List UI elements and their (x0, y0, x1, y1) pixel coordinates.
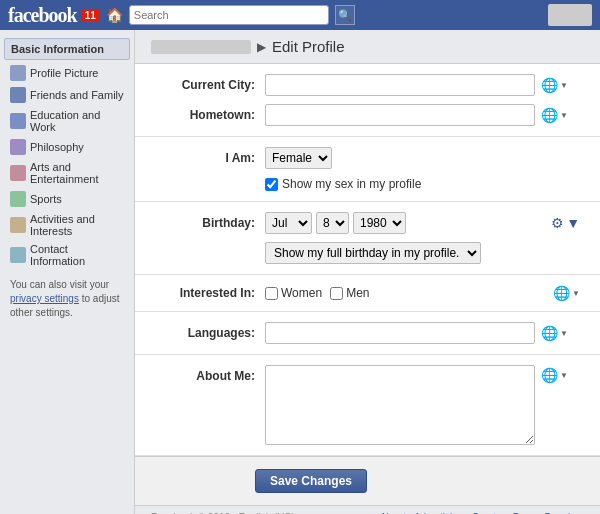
sidebar-item-philosophy[interactable]: Philosophy (4, 136, 130, 158)
about-me-privacy[interactable]: 🌐▼ (541, 367, 568, 383)
interested-in-controls: Women Men (265, 286, 369, 300)
layout: Basic Information Profile Picture Friend… (0, 30, 600, 514)
sidebar-item-sports[interactable]: Sports (4, 188, 130, 210)
nav-right (548, 4, 592, 26)
sidebar-item-friends-family[interactable]: Friends and Family (4, 84, 130, 106)
gender-select-row: Female Male (265, 147, 332, 169)
sidebar-privacy-note: You can also visit your privacy settings… (4, 270, 130, 328)
top-nav: facebook 11 🏠 🔍 (0, 0, 600, 30)
search-input[interactable] (129, 5, 329, 25)
about-me-row: About Me: 🌐▼ (155, 365, 580, 445)
sports-icon (10, 191, 26, 207)
about-me-textarea[interactable] (265, 365, 535, 445)
languages-section: Languages: 🌐▼ (135, 312, 600, 355)
birthday-day-select[interactable]: 8 1 2 (316, 212, 349, 234)
hometown-input[interactable] (265, 104, 535, 126)
sidebar-item-profile-picture[interactable]: Profile Picture (4, 62, 130, 84)
hometown-privacy[interactable]: 🌐▼ (541, 107, 568, 123)
birthday-display-select[interactable]: Show my full birthday in my profile. Sho… (265, 242, 481, 264)
birthday-show-row: Show my full birthday in my profile. Sho… (265, 242, 580, 264)
interested-privacy-caret: ▼ (572, 289, 580, 298)
contact-icon (10, 247, 26, 263)
breadcrumb-arrow: ▶ (257, 40, 266, 54)
profile-name-blurred (151, 40, 251, 54)
sidebar-label-education-work: Education and Work (30, 109, 124, 133)
gender-section: I Am: Female Male Show my sex in my prof… (135, 137, 600, 202)
languages-row: Languages: 🌐▼ (155, 322, 580, 344)
form-area: Current City: 🌐▼ Hometown: 🌐▼ (135, 64, 600, 505)
footer: Facebook © 2012 · English (US) About · A… (135, 505, 600, 514)
birthday-section: Birthday: Jul Jan Feb 8 1 2 (135, 202, 600, 275)
about-me-section: About Me: 🌐▼ (135, 355, 600, 456)
sidebar-label-sports: Sports (30, 193, 62, 205)
notification-badge[interactable]: 11 (81, 9, 100, 22)
sidebar-active-item[interactable]: Basic Information (4, 38, 130, 60)
sidebar-label-profile-picture: Profile Picture (30, 67, 98, 79)
sidebar-label-friends-family: Friends and Family (30, 89, 124, 101)
sidebar: Basic Information Profile Picture Friend… (0, 30, 135, 514)
sidebar-label-philosophy: Philosophy (30, 141, 84, 153)
profile-picture-icon (10, 65, 26, 81)
current-city-privacy-caret: ▼ (560, 81, 568, 90)
main-content: ▶ Edit Profile Current City: 🌐▼ Hometown… (135, 30, 600, 514)
birthday-year-select[interactable]: 1980 1979 1981 (353, 212, 406, 234)
sidebar-item-activities-interests[interactable]: Activities and Interests (4, 210, 130, 240)
birthday-month-select[interactable]: Jul Jan Feb (265, 212, 312, 234)
save-section: Save Changes (135, 456, 600, 505)
hometown-label: Hometown: (155, 108, 265, 122)
interested-in-section: Interested In: Women Men 🌐▼ (135, 275, 600, 312)
show-sex-checkbox[interactable] (265, 178, 278, 191)
interested-women-checkbox[interactable] (265, 287, 278, 300)
birthday-privacy[interactable]: ⚙▼ (551, 215, 580, 231)
sidebar-item-contact-information[interactable]: Contact Information (4, 240, 130, 270)
interested-in-row: Interested In: Women Men 🌐▼ (155, 285, 580, 301)
page-title: Edit Profile (272, 38, 345, 55)
i-am-controls: Female Male (265, 147, 332, 169)
hometown-row: Hometown: 🌐▼ (155, 104, 580, 126)
hometown-privacy-caret: ▼ (560, 111, 568, 120)
show-sex-row: Show my sex in my profile (265, 177, 580, 191)
birthday-row: Birthday: Jul Jan Feb 8 1 2 (155, 212, 580, 234)
activities-icon (10, 217, 26, 233)
search-button[interactable]: 🔍 (335, 5, 355, 25)
birthday-privacy-caret: ▼ (566, 215, 580, 231)
save-button[interactable]: Save Changes (255, 469, 367, 493)
education-icon (10, 113, 26, 129)
arts-icon (10, 165, 26, 181)
profile-header: ▶ Edit Profile (135, 30, 600, 64)
sidebar-item-education-work[interactable]: Education and Work (4, 106, 130, 136)
interested-men-checkbox[interactable] (330, 287, 343, 300)
sidebar-label-contact-information: Contact Information (30, 243, 124, 267)
gender-select[interactable]: Female Male (265, 147, 332, 169)
interested-men-label: Men (346, 286, 369, 300)
location-section: Current City: 🌐▼ Hometown: 🌐▼ (135, 64, 600, 137)
interested-in-label: Interested In: (155, 286, 265, 300)
sidebar-item-arts-entertainment[interactable]: Arts and Entertainment (4, 158, 130, 188)
privacy-settings-link[interactable]: privacy settings (10, 293, 79, 304)
about-me-privacy-caret: ▼ (560, 371, 568, 380)
i-am-label: I Am: (155, 151, 265, 165)
current-city-row: Current City: 🌐▼ (155, 74, 580, 96)
languages-privacy-caret: ▼ (560, 329, 568, 338)
birthday-controls: Jul Jan Feb 8 1 2 1980 1979 1981 (265, 212, 406, 234)
sidebar-label-arts-entertainment: Arts and Entertainment (30, 161, 124, 185)
birthday-label: Birthday: (155, 216, 265, 230)
languages-label: Languages: (155, 326, 265, 340)
languages-privacy[interactable]: 🌐▼ (541, 325, 568, 341)
current-city-label: Current City: (155, 78, 265, 92)
languages-input[interactable] (265, 322, 535, 344)
current-city-privacy[interactable]: 🌐▼ (541, 77, 568, 93)
interested-men-option[interactable]: Men (330, 286, 369, 300)
interested-women-option[interactable]: Women (265, 286, 322, 300)
nav-profile-icon[interactable] (548, 4, 592, 26)
facebook-logo: facebook (8, 4, 77, 27)
interested-women-label: Women (281, 286, 322, 300)
friends-icon (10, 87, 26, 103)
sidebar-label-activities-interests: Activities and Interests (30, 213, 124, 237)
philosophy-icon (10, 139, 26, 155)
interested-privacy[interactable]: 🌐▼ (553, 285, 580, 301)
current-city-input[interactable] (265, 74, 535, 96)
i-am-row: I Am: Female Male (155, 147, 580, 169)
nav-icon-home[interactable]: 🏠 (106, 7, 123, 23)
about-me-label: About Me: (155, 365, 265, 383)
